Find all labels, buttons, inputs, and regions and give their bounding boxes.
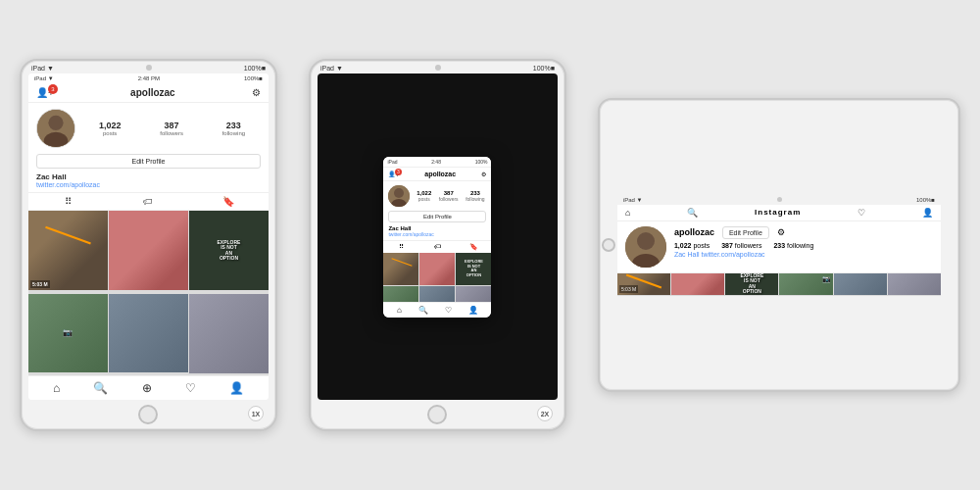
- svg-point-7: [637, 232, 655, 250]
- mini-orange-line: [391, 259, 412, 267]
- svg-point-1: [48, 116, 63, 130]
- ig3-bio-line: Zac Hall twitter.com/apollozac: [674, 251, 933, 258]
- ipad3-camera: [777, 197, 782, 202]
- ipad-1: iPad ▼ 100%■ iPad ▼ 2:48 PM 100%■ 👤+ 3 a…: [20, 59, 277, 431]
- ig3-stat-followers: 387 followers: [721, 242, 761, 249]
- ig1-tab-tag[interactable]: 🏷: [109, 196, 189, 207]
- ig1-grid-item-2[interactable]: [109, 211, 188, 290]
- ig3-nav-bar: ⌂ 🔍 Instagram ♡ 👤: [617, 205, 941, 221]
- ig3-avatar: [625, 226, 666, 268]
- mini-username: apollozac: [424, 171, 456, 177]
- ig3-grid-5[interactable]: [834, 273, 887, 295]
- ig1-status-bar: iPad ▼ 2:48 PM 100%■: [28, 74, 269, 83]
- ig1-tab-bookmark[interactable]: 🔖: [188, 196, 269, 207]
- mini-nav-heart: ♡: [445, 306, 452, 315]
- ig1-bottom-nav: ⌂ 🔍 ⊕ ♡ 👤: [28, 375, 269, 400]
- ig1-stat-posts: 1,022 posts: [99, 121, 122, 136]
- ipad1-scale-label: 1X: [248, 406, 264, 421]
- ipad1-top-bar: iPad ▼ 100%■: [22, 61, 275, 74]
- ig1-nav-heart[interactable]: ♡: [185, 381, 196, 395]
- ig3-edit-profile-button[interactable]: Edit Profile: [722, 226, 769, 239]
- ig1-grid-item-5[interactable]: [109, 294, 188, 373]
- mini-status-center: 2:48: [431, 159, 441, 165]
- ig3-home-icon[interactable]: ⌂: [625, 208, 630, 218]
- mini-bio: Zac Hall twitter.com/apollozac: [383, 225, 491, 240]
- ig1-add-friend-icon[interactable]: 👤+ 3: [36, 87, 54, 98]
- ig1-photo-grid: 5:03 M EXPLOREIS NOTANOPTION 📷: [28, 211, 269, 375]
- ig3-grid-4[interactable]: 📷: [779, 273, 832, 295]
- ig1-stats: 1,022 posts 387 followers 233 following: [83, 121, 261, 136]
- mini-grid-5: [419, 286, 455, 302]
- ig1-grid-item-3[interactable]: EXPLOREIS NOTANOPTION: [189, 211, 269, 290]
- mini-stats: 1,022 posts 387 followers 233 following: [415, 190, 486, 202]
- ig1-nav-add[interactable]: ⊕: [142, 381, 152, 395]
- ig3-search-icon[interactable]: 🔍: [687, 208, 698, 218]
- ig1-bio: Zac Hall twitter.com/apollozac: [28, 172, 269, 192]
- ig1-followers-num: 387: [165, 121, 179, 130]
- ipad2-top-bar: iPad ▼ 100%■: [311, 61, 564, 74]
- ig3-grid-6[interactable]: [888, 273, 941, 295]
- ipad2-home-button[interactable]: [427, 405, 447, 424]
- ipad2-status-left: iPad ▼: [320, 65, 343, 72]
- ipad3-status-left: iPad ▼: [623, 197, 643, 203]
- ig3-grid-3[interactable]: EXPLOREIS NOTANOPTION: [725, 273, 778, 295]
- ig1-settings-icon[interactable]: ⚙: [252, 87, 261, 98]
- mini-nav-bar: 👤+ 3 apollozac ⚙: [383, 168, 491, 181]
- ipad1-camera: [146, 65, 152, 71]
- ig1-grid1-time: 5:03 M: [30, 280, 50, 288]
- mini-grid-6: [456, 286, 491, 302]
- ig1-profile-section: 1,022 posts 387 followers 233 following: [28, 103, 269, 152]
- ig3-grid-2[interactable]: [671, 273, 724, 295]
- ipad2-status-right: 100%■: [533, 65, 555, 72]
- ig3-profile-icon[interactable]: 👤: [922, 208, 933, 218]
- mini-edit-profile-button[interactable]: Edit Profile: [388, 211, 486, 222]
- ig1-bio-link[interactable]: twitter.com/apollozac: [36, 181, 261, 188]
- svg-point-4: [394, 188, 404, 198]
- mini-followers-label: followers: [439, 196, 459, 202]
- ig1-grid-item-6[interactable]: [189, 294, 269, 373]
- mini-avatar: [388, 185, 410, 207]
- ipad2-mini-popup: iPad 2:48 100% 👤+ 3 apollozac ⚙: [383, 157, 491, 318]
- ig3-posts-num: 1,022: [674, 242, 692, 249]
- ig3-stats-row: 1,022 posts 387 followers 233 following: [674, 242, 933, 249]
- ig1-grid-item-1[interactable]: 5:03 M: [28, 211, 108, 290]
- ig3-profile-row: apollozac Edit Profile ⚙ 1,022 posts 387: [617, 221, 941, 273]
- ipad2-screen: iPad 2:48 100% 👤+ 3 apollozac ⚙: [318, 74, 558, 400]
- ipad2-camera: [435, 65, 441, 71]
- ig1-tab-grid[interactable]: ⠿: [28, 196, 109, 207]
- mini-add-friend: 👤+ 3: [388, 171, 399, 177]
- ipad3-status-right: 100%■: [916, 197, 935, 203]
- mini-grid-1: [383, 253, 418, 285]
- ig1-following-label: following: [222, 130, 245, 136]
- ig3-photo-grid: 5:03 M EXPLOREIS NOTANOPTION 📷: [617, 273, 941, 296]
- ipad1-home-button[interactable]: [138, 405, 158, 424]
- ig3-logo: Instagram: [755, 208, 801, 217]
- ig1-following-num: 233: [226, 121, 241, 130]
- ig1-username: apollozac: [130, 87, 175, 98]
- mini-status-right: 100%: [475, 159, 488, 165]
- ig3-heart-icon[interactable]: ♡: [858, 208, 865, 218]
- ig1-followers-label: followers: [160, 130, 183, 136]
- ig1-nav-profile[interactable]: 👤: [229, 381, 244, 395]
- ipad3-body: iPad ▼ 100%■ ⌂ 🔍 Instagram ♡ 👤: [617, 195, 941, 296]
- ig1-nav-search[interactable]: 🔍: [93, 381, 108, 395]
- ig1-grid-item-4[interactable]: 📷: [28, 294, 108, 373]
- ig3-stat-posts: 1,022 posts: [674, 242, 710, 249]
- ig3-following-label: following: [787, 242, 813, 249]
- ig3-settings-icon[interactable]: ⚙: [777, 227, 785, 237]
- ig1-edit-profile-button[interactable]: Edit Profile: [36, 154, 261, 169]
- mini-grid-4: [383, 286, 418, 302]
- mini-following-label: following: [466, 196, 484, 202]
- ig3-grid-1[interactable]: 5:03 M: [617, 273, 670, 295]
- mini-nav-search: 🔍: [418, 306, 428, 315]
- mini-photo-grid: EXPLOREIS NOTANOPTION: [383, 253, 491, 302]
- ig3-followers-num: 387: [721, 242, 733, 249]
- ig1-nav-home[interactable]: ⌂: [53, 381, 60, 395]
- mini-status-left: iPad: [387, 159, 397, 165]
- ig1-posts-label: posts: [103, 130, 117, 136]
- mini-tab-bookmark: 🔖: [456, 243, 492, 251]
- ipad3-home-button[interactable]: [602, 238, 615, 252]
- ig3-explore-text: EXPLOREIS NOTANOPTION: [740, 273, 763, 295]
- scene: iPad ▼ 100%■ iPad ▼ 2:48 PM 100%■ 👤+ 3 a…: [0, 0, 980, 490]
- mini-settings: ⚙: [481, 171, 486, 177]
